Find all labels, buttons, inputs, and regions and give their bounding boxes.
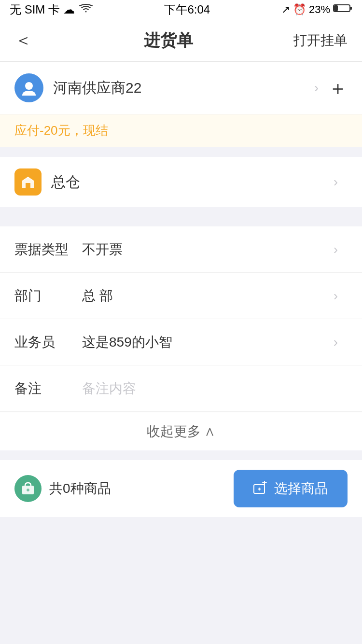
collapse-label: 收起更多 ∧ — [147, 422, 216, 441]
supplier-chevron-icon: › — [314, 80, 319, 96]
dept-row[interactable]: 部门 总 部 › — [0, 273, 362, 319]
warehouse-row[interactable]: 总仓 › — [0, 157, 362, 207]
svg-rect-4 — [26, 183, 30, 188]
dept-label: 部门 — [14, 287, 72, 305]
ticket-type-label: 票据类型 — [14, 240, 72, 259]
supplier-section: 河南供应商22 › ＋ 应付-20元，现结 — [0, 62, 362, 147]
sales-value: 这是859的小智 — [72, 333, 334, 351]
status-right: ↗ ⏰ 23% — [281, 3, 352, 16]
ticket-chevron-icon: › — [334, 242, 338, 257]
nav-bar: ＜ 进货单 打开挂单 — [0, 19, 362, 62]
collapse-button[interactable]: 收起更多 ∧ — [0, 412, 362, 450]
bottom-bar: 共0种商品 选择商品 — [0, 460, 362, 517]
svg-rect-1 — [350, 7, 352, 10]
sales-label: 业务员 — [14, 333, 72, 351]
dept-chevron-icon: › — [334, 288, 338, 304]
location-icon: ↗ — [281, 3, 290, 16]
dept-value: 总 部 — [72, 287, 334, 305]
warehouse-icon — [14, 168, 42, 196]
status-left: 无 SIM 卡 ☁ — [10, 2, 93, 17]
wifi-icon — [79, 3, 93, 16]
supplier-row[interactable]: 河南供应商22 › ＋ — [0, 62, 362, 114]
supplier-avatar — [14, 73, 43, 102]
ticket-type-row[interactable]: 票据类型 不开票 › — [0, 226, 362, 273]
status-bar: 无 SIM 卡 ☁ 下午6:04 ↗ ⏰ 23% — [0, 0, 362, 19]
select-product-label: 选择商品 — [274, 479, 328, 498]
remark-row[interactable]: 备注 备注内容 — [0, 365, 362, 412]
product-count-text: 共0种商品 — [49, 479, 111, 498]
battery-text: 23% — [309, 3, 330, 16]
product-count-wrap: 共0种商品 — [14, 475, 111, 502]
sales-row[interactable]: 业务员 这是859的小智 › — [0, 319, 362, 365]
supplier-notice: 应付-20元，现结 — [0, 114, 362, 147]
product-icon — [14, 475, 42, 502]
remark-input[interactable]: 备注内容 — [72, 379, 348, 398]
ticket-type-value: 不开票 — [72, 240, 334, 259]
no-sim-text: 无 SIM 卡 ☁ — [10, 2, 75, 17]
battery-icon — [333, 3, 352, 16]
svg-point-3 — [25, 82, 33, 90]
svg-rect-2 — [334, 5, 338, 11]
sales-chevron-icon: › — [334, 335, 338, 350]
warehouse-name: 总仓 — [51, 172, 334, 192]
add-supplier-button[interactable]: ＋ — [328, 75, 348, 101]
supplier-name: 河南供应商22 — [53, 78, 314, 98]
alarm-icon: ⏰ — [293, 3, 306, 16]
warehouse-chevron-icon: › — [334, 174, 338, 190]
open-pending-button[interactable]: 打开挂单 — [293, 31, 348, 50]
back-button[interactable]: ＜ — [14, 28, 43, 52]
main-content: 河南供应商22 › ＋ 应付-20元，现结 总仓 › 票据类型 不开票 › 部门 — [0, 62, 362, 517]
gap-1 — [0, 147, 362, 157]
page-title: 进货单 — [144, 29, 193, 52]
select-product-button[interactable]: 选择商品 — [234, 470, 348, 507]
gap-2 — [0, 207, 362, 217]
form-section: 票据类型 不开票 › 部门 总 部 › 业务员 这是859的小智 › 备注 备注… — [0, 226, 362, 450]
status-time: 下午6:04 — [164, 2, 210, 17]
remark-label: 备注 — [14, 379, 72, 398]
